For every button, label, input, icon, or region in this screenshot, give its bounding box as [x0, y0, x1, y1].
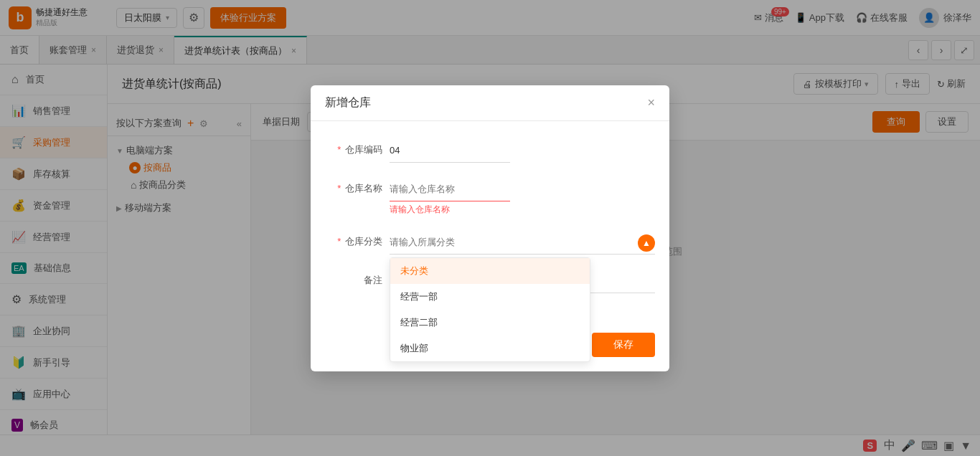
modal-body: * 仓库编码 * 仓库名称 请输入仓库名称: [311, 121, 669, 324]
name-error-msg: 请输入仓库名称: [390, 204, 655, 216]
category-option-3[interactable]: 物业部: [390, 336, 590, 361]
name-input[interactable]: [390, 177, 510, 201]
category-label: * 仓库分类: [325, 230, 382, 248]
category-toggle-icon[interactable]: ▲: [638, 234, 655, 252]
note-label: 备注: [325, 269, 382, 287]
modal-header: 新增仓库 ×: [311, 85, 669, 121]
name-label: * 仓库名称: [325, 177, 382, 195]
save-button[interactable]: 保存: [592, 333, 655, 357]
form-row-code: * 仓库编码: [325, 138, 655, 163]
required-star: *: [337, 144, 341, 155]
category-option-1[interactable]: 经营一部: [390, 284, 590, 310]
category-input-area: ▲ 未分类 经营一部 经营二部 物业部: [390, 230, 655, 255]
code-label: * 仓库编码: [325, 138, 382, 156]
category-option-0[interactable]: 未分类: [390, 258, 590, 284]
category-input[interactable]: [390, 230, 655, 255]
modal-close-icon[interactable]: ×: [647, 96, 655, 109]
modal-overlay[interactable]: 新增仓库 × * 仓库编码 * 仓库名称: [0, 0, 980, 456]
category-required-star: *: [337, 236, 341, 247]
code-input-wrapper: [390, 138, 655, 163]
name-required-star: *: [337, 183, 341, 194]
code-input[interactable]: [390, 138, 510, 163]
modal-title: 新增仓库: [325, 95, 371, 110]
modal-add-warehouse: 新增仓库 × * 仓库编码 * 仓库名称: [311, 85, 669, 371]
form-row-name: * 仓库名称 请输入仓库名称: [325, 177, 655, 216]
form-row-category: * 仓库分类 ▲ 未分类 经营一部 经营二部 物业部: [325, 230, 655, 255]
category-dropdown: 未分类 经营一部 经营二部 物业部: [390, 257, 590, 362]
category-option-2[interactable]: 经营二部: [390, 310, 590, 336]
name-input-wrapper: 请输入仓库名称: [390, 177, 655, 216]
